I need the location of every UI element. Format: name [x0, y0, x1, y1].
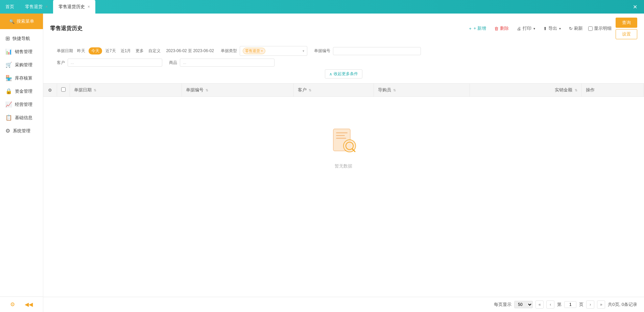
th-customer[interactable]: 客户 ⇅ [293, 84, 374, 97]
display-detail-checkbox[interactable] [588, 26, 593, 31]
sidebar-item-label: 系统管理 [13, 128, 30, 134]
sidebar-nav: ⊞ 快捷导航 📊 销售管理 🛒 采购管理 🏪 库存核算 🔒 资金管理 📈 [0, 29, 43, 296]
search-menu-label: 搜索菜单 [17, 18, 34, 24]
th-checkbox[interactable] [57, 84, 70, 97]
th-gear[interactable]: ⚙ [43, 84, 57, 97]
new-button-label: + 新增 [474, 25, 486, 31]
sidebar-item-purchase-mgmt[interactable]: 🛒 采购管理 [0, 58, 43, 71]
page-header: 零售退货历史 + + 新增 🗑 删除 🖨 打印 [43, 14, 644, 84]
date-custom-btn[interactable]: 自定义 [147, 47, 162, 54]
window-close-button[interactable]: ✕ [630, 4, 640, 10]
toolbar: + + 新增 🗑 删除 🖨 打印 ▾ ⬆ [466, 18, 637, 39]
last-page-button[interactable]: » [597, 300, 605, 309]
th-voucher[interactable]: 单据编号 ⇅ [182, 84, 293, 97]
audio-bottom-icon[interactable]: ◀◀ [25, 301, 33, 308]
table-header: ⚙ 单据日期 ⇅ 单据编号 ⇅ [43, 84, 644, 97]
collapse-row: ∧ 收起更多条件 [57, 69, 630, 79]
refresh-button[interactable]: ↻ 刷新 [566, 24, 586, 33]
operations-icon: 📈 [5, 101, 12, 108]
date-1month-btn[interactable]: 近1月 [119, 47, 133, 54]
tab-home[interactable]: 首页 [0, 0, 20, 14]
date-7days-btn[interactable]: 近7天 [104, 47, 117, 54]
page-size-select[interactable]: 50 10 20 100 [514, 301, 533, 308]
sidebar-item-inventory[interactable]: 🏪 库存核算 [0, 71, 43, 85]
delete-button-label: 删除 [500, 25, 509, 31]
export-icon: ⬆ [543, 26, 547, 31]
settings-bottom-icon[interactable]: ⚙ [10, 301, 15, 308]
filter-area: 单据日期 昨天 今天 近7天 近1月 更多 自定义 2023-06-02 至 2… [50, 43, 637, 83]
customer-filter-label: 客户 [57, 60, 65, 66]
th-voucher-label: 单据编号 [186, 87, 204, 92]
page-label-post: 页 [579, 302, 583, 308]
print-button-label: 打印 [523, 25, 531, 31]
content-area: 零售退货历史 + + 新增 🗑 删除 🖨 打印 [43, 14, 644, 312]
new-button[interactable]: + + 新增 [466, 24, 489, 33]
sidebar-item-label: 基础信息 [15, 115, 32, 121]
type-tag-retail-return: 零售退货 × [243, 48, 265, 54]
type-filter: 单据类型 零售退货 × ▾ [221, 46, 307, 56]
search-icon: 🔍 [9, 19, 15, 24]
empty-state: 暂无数据 [43, 97, 644, 196]
tab-retail-return-history[interactable]: 零售退货历史 × [53, 0, 95, 14]
page-number-input[interactable] [564, 301, 576, 308]
date-more-btn[interactable]: 更多 [134, 47, 145, 54]
goods-input[interactable]: ... [180, 59, 275, 67]
th-action-label: 操作 [586, 87, 595, 92]
type-select[interactable]: 零售退货 × ▾ [240, 46, 307, 56]
type-tag-remove[interactable]: × [261, 49, 263, 53]
quick-nav-icon: ⊞ [5, 35, 10, 42]
settings-button[interactable]: 设置 [616, 29, 637, 39]
date-yesterday-btn[interactable]: 昨天 [76, 47, 87, 54]
total-records-text: 共0页, 0条记录 [608, 302, 637, 308]
goods-filter: 商品 ... [169, 59, 275, 67]
voucher-input[interactable] [333, 47, 421, 55]
sort-guide-icon: ⇅ [393, 88, 396, 92]
voucher-filter-label: 单据编号 [314, 48, 330, 54]
tab-retail-return-history-close[interactable]: × [88, 4, 90, 9]
sidebar-item-finance[interactable]: 🔒 资金管理 [0, 85, 43, 98]
sidebar: 🔍 搜索菜单 ⊞ 快捷导航 📊 销售管理 🛒 采购管理 🏪 库存核算 🔒 [0, 14, 43, 312]
collapse-icon: ∧ [329, 72, 332, 76]
display-detail-checkbox-wrap[interactable]: 显示明细 [588, 25, 612, 31]
gear-icon: ⚙ [48, 88, 52, 93]
sidebar-item-sys-mgmt[interactable]: ⚙ 系统管理 [0, 124, 43, 137]
tab-home-label: 首页 [5, 4, 14, 10]
goods-filter-label: 商品 [169, 60, 177, 66]
export-button[interactable]: ⬆ 导出 ▾ [541, 24, 564, 33]
top-bar: 首页 零售退货 × 零售退货历史 × ✕ [0, 0, 644, 14]
tab-retail-return[interactable]: 零售退货 × [20, 0, 53, 14]
date-today-btn[interactable]: 今天 [89, 47, 102, 54]
print-icon: 🖨 [517, 26, 521, 31]
th-customer-label: 客户 [298, 87, 307, 92]
query-button[interactable]: 查询 [616, 18, 637, 28]
th-amount-label: 实销金额 [555, 87, 572, 92]
th-amount[interactable]: 实销金额 ⇅ [470, 84, 581, 97]
date-group: 昨天 今天 近7天 近1月 更多 自定义 [76, 47, 162, 54]
search-menu-button[interactable]: 🔍 搜索菜单 [0, 14, 43, 29]
collapse-label: 收起更多条件 [334, 71, 358, 77]
sidebar-item-sales-mgmt[interactable]: 📊 销售管理 [0, 45, 43, 58]
tab-retail-return-close[interactable]: × [45, 4, 48, 9]
delete-button[interactable]: 🗑 删除 [492, 24, 511, 33]
th-date[interactable]: 单据日期 ⇅ [70, 84, 182, 97]
sidebar-item-operations[interactable]: 📈 经营管理 [0, 98, 43, 111]
select-all-checkbox[interactable] [61, 87, 66, 92]
sales-icon: 📊 [5, 48, 12, 55]
sidebar-item-quick-nav[interactable]: ⊞ 快捷导航 [0, 32, 43, 45]
sidebar-item-basic-info[interactable]: 📋 基础信息 [0, 111, 43, 124]
date-range-value: 2023-06-02 至 2023-06-02 [166, 48, 214, 54]
print-button[interactable]: 🖨 打印 ▾ [514, 24, 538, 33]
date-filter: 单据日期 昨天 今天 近7天 近1月 更多 自定义 2023-06-02 至 2… [57, 47, 214, 54]
collapse-button[interactable]: ∧ 收起更多条件 [325, 69, 362, 79]
prev-page-button[interactable]: ‹ [546, 300, 554, 309]
svg-rect-3 [336, 138, 346, 139]
first-page-button[interactable]: « [535, 300, 544, 309]
th-guide[interactable]: 导购员 ⇅ [374, 84, 470, 97]
th-action: 操作 [581, 84, 644, 97]
next-page-button[interactable]: › [586, 300, 594, 309]
sidebar-bottom: ⚙ ◀◀ [0, 296, 43, 312]
sort-voucher-icon: ⇅ [206, 88, 208, 92]
purchase-icon: 🛒 [5, 62, 12, 68]
customer-input[interactable]: ... [68, 59, 162, 67]
th-date-label: 单据日期 [74, 87, 92, 92]
